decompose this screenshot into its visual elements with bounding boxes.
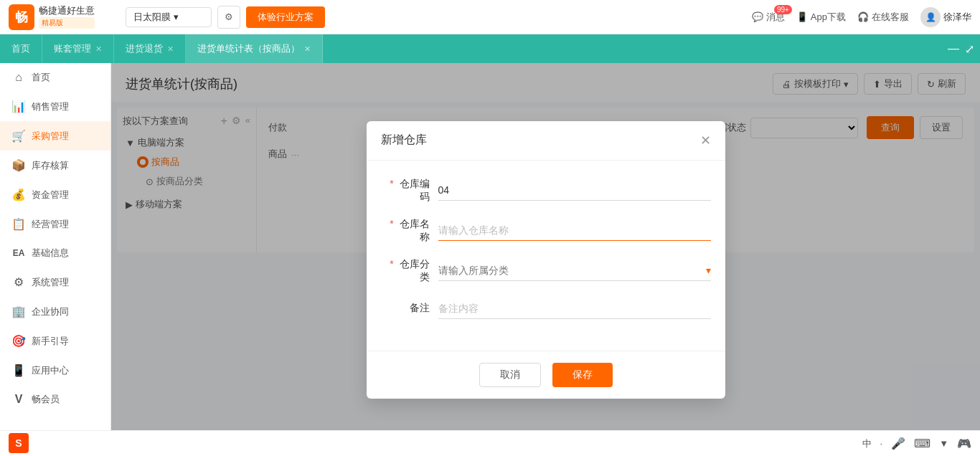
tab-purchase-return[interactable]: 进货退货 ✕: [114, 34, 186, 63]
form-row-code: * 仓库编码: [381, 178, 711, 204]
name-input[interactable]: [438, 220, 711, 241]
purchase-icon: 🛒: [11, 129, 26, 143]
enterprise-icon: 🏢: [11, 305, 26, 318]
modal-close-button[interactable]: ✕: [700, 133, 711, 148]
service-button[interactable]: 🎧 在线客服: [857, 11, 909, 24]
category-select-wrap[interactable]: ▾: [438, 260, 711, 281]
ime-toggle-icon[interactable]: ▼: [939, 438, 948, 449]
message-button[interactable]: 💬 消息 99+: [752, 11, 785, 24]
sales-icon: 📊: [11, 100, 26, 113]
code-required: *: [390, 178, 393, 189]
tab-home[interactable]: 首页: [0, 34, 42, 63]
sidebar-label-operations: 经营管理: [32, 218, 69, 231]
tab-purchase-stats[interactable]: 进货单统计表（按商品） ✕: [186, 34, 323, 63]
name-label-text: 仓库名称: [400, 218, 430, 242]
tab-accounts-close[interactable]: ✕: [95, 44, 102, 54]
cancel-button[interactable]: 取消: [479, 363, 541, 387]
logo-icon: 畅: [9, 4, 34, 30]
tab-home-label: 首页: [11, 42, 30, 55]
brand-bottom: S: [9, 433, 29, 453]
top-header: 畅 畅捷通好生意 精易版 日太阳膜 ▾ ⚙ 体验行业方案 💬 消息 99+ 📱 …: [0, 0, 980, 34]
category-dropdown-icon: ▾: [706, 265, 711, 276]
basic-info-icon: EA: [11, 248, 26, 258]
tab-expand-icon[interactable]: ⤢: [965, 42, 974, 56]
operations-icon: 📋: [11, 217, 26, 231]
name-label: * 仓库名称: [381, 218, 438, 244]
store-selector[interactable]: 日太阳膜 ▾: [126, 7, 212, 27]
home-icon: ⌂: [11, 71, 26, 84]
sidebar-label-system: 系统管理: [32, 276, 69, 289]
logo-area: 畅 畅捷通好生意 精易版: [9, 4, 120, 30]
modal-body: * 仓库编码 * 仓库名称: [367, 161, 725, 351]
remark-label: 备注: [381, 302, 438, 315]
sidebar-item-system[interactable]: ⚙ 系统管理: [0, 267, 110, 297]
category-required: *: [390, 258, 393, 270]
avatar: 👤: [920, 7, 941, 27]
sidebar-item-app-center[interactable]: 📱 应用中心: [0, 356, 110, 385]
modal-add-warehouse: 新增仓库 ✕ * 仓库编码 *: [367, 121, 725, 399]
inventory-icon: 📦: [11, 158, 26, 172]
bottom-bar: S 中 · 🎤 ⌨ ▼ 🎮: [0, 430, 980, 456]
brand-s-icon: S: [15, 437, 22, 449]
tab-purchase-return-close[interactable]: ✕: [167, 44, 174, 54]
user-area[interactable]: 👤 徐泽华: [920, 7, 971, 27]
system-icon: ⚙: [11, 275, 26, 289]
sidebar-item-basic-info[interactable]: EA 基础信息: [0, 239, 110, 267]
message-icon: 💬: [752, 11, 763, 22]
tab-purchase-stats-label: 进货单统计表（按商品）: [197, 42, 300, 55]
sidebar-item-membership[interactable]: V 畅会员: [0, 385, 110, 414]
form-row-category: * 仓库分类 ▾: [381, 258, 711, 284]
modal-header: 新增仓库 ✕: [367, 121, 725, 161]
sidebar-item-finance[interactable]: 💰 资金管理: [0, 180, 110, 209]
name-required: *: [390, 218, 393, 229]
brand-bottom-logo: S: [9, 433, 29, 453]
code-label-text: 仓库编码: [400, 178, 430, 202]
sidebar-item-enterprise[interactable]: 🏢 企业协同: [0, 297, 110, 326]
sidebar-label-finance: 资金管理: [32, 189, 69, 201]
app-icon: 📱: [796, 11, 808, 22]
sidebar-label-membership: 畅会员: [32, 393, 60, 406]
sidebar-label-home: 首页: [32, 71, 50, 84]
sidebar-label-inventory: 库存核算: [32, 159, 69, 172]
tab-accounts[interactable]: 账套管理 ✕: [42, 34, 114, 63]
guide-icon: 🎯: [11, 334, 26, 348]
nav-tabs: 首页 账套管理 ✕ 进货退货 ✕ 进货单统计表（按商品） ✕ — ⤢: [0, 34, 980, 63]
form-row-remark: 备注: [381, 298, 711, 319]
tab-purchase-return-label: 进货退货: [126, 42, 163, 55]
logo-text: 畅捷通好生意: [39, 5, 95, 17]
sidebar-label-enterprise: 企业协同: [32, 305, 69, 318]
sidebar-item-purchase[interactable]: 🛒 采购管理: [0, 121, 110, 151]
sidebar-item-guide[interactable]: 🎯 新手引导: [0, 326, 110, 356]
code-label: * 仓库编码: [381, 178, 438, 204]
sidebar-item-operations[interactable]: 📋 经营管理: [0, 209, 110, 239]
service-label: 在线客服: [872, 11, 909, 24]
remark-input[interactable]: [438, 298, 711, 319]
code-input[interactable]: [438, 180, 711, 201]
game-icon[interactable]: 🎮: [957, 437, 971, 450]
sidebar-item-sales[interactable]: 📊 销售管理: [0, 92, 110, 121]
modal-overlay: 新增仓库 ✕ * 仓库编码 *: [111, 63, 980, 456]
gear-button[interactable]: ⚙: [217, 6, 240, 29]
ime-cn-button[interactable]: 中: [862, 437, 872, 450]
keyboard-icon[interactable]: ⌨: [914, 437, 930, 450]
category-input[interactable]: [438, 265, 706, 276]
trial-button[interactable]: 体验行业方案: [246, 6, 325, 28]
tab-actions: — ⤢: [942, 34, 980, 63]
app-download-button[interactable]: 📱 App下载: [796, 11, 846, 24]
sidebar-label-basic-info: 基础信息: [32, 247, 69, 260]
sidebar-item-home[interactable]: ⌂ 首页: [0, 63, 110, 92]
logo-badge: 精易版: [39, 17, 95, 29]
header-right: 💬 消息 99+ 📱 App下载 🎧 在线客服 👤 徐泽华: [752, 7, 971, 27]
sidebar-label-sales: 销售管理: [32, 100, 69, 113]
modal-footer: 取消 保存: [367, 351, 725, 399]
sidebar-item-inventory[interactable]: 📦 库存核算: [0, 151, 110, 180]
save-button[interactable]: 保存: [552, 363, 613, 387]
form-row-name: * 仓库名称: [381, 218, 711, 244]
mic-icon[interactable]: 🎤: [891, 437, 905, 450]
ime-dot-button[interactable]: ·: [880, 438, 883, 449]
tab-minimize-icon[interactable]: —: [948, 42, 959, 55]
gear-icon: ⚙: [225, 11, 233, 22]
content-area: 进货单统计(按商品) 🖨 按模板打印 ▾ ⬆ 导出 ↻ 刷新: [111, 63, 980, 456]
tab-purchase-stats-close[interactable]: ✕: [304, 44, 311, 54]
app-label: App下载: [811, 11, 846, 24]
